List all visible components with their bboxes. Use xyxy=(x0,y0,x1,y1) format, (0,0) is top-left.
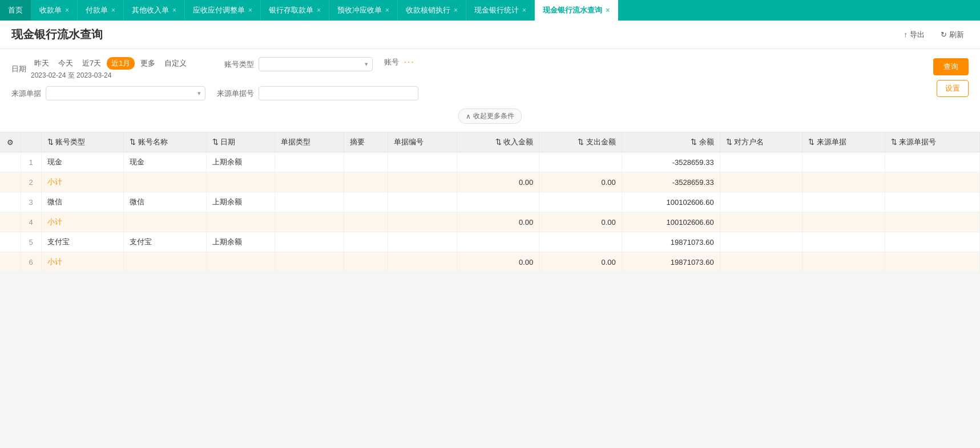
cell-num: 6 xyxy=(21,252,41,272)
cell-source-doc-no xyxy=(885,172,979,192)
table-row: 6小计0.000.0019871073.60 xyxy=(0,252,980,272)
nav-tab-5[interactable]: 预收冲应收单 × xyxy=(329,0,398,21)
cell-doc-no xyxy=(388,212,457,232)
col-income[interactable]: ⇅ 收入金额 xyxy=(457,132,539,152)
nav-tab-3[interactable]: 应收应付调整单 × xyxy=(185,0,261,21)
cell-source-doc xyxy=(802,192,885,212)
cell-num: 3 xyxy=(21,192,41,212)
shortcut-more[interactable]: 更多 xyxy=(137,57,159,70)
refresh-icon: ↻ xyxy=(941,30,947,39)
account-label: 账号 xyxy=(384,57,399,67)
export-button[interactable]: ↑ 导出 xyxy=(900,27,930,42)
nav-tab-close-5[interactable]: × xyxy=(385,6,389,14)
cell-balance: 100102606.60 xyxy=(622,192,720,212)
cell-summary xyxy=(344,252,388,272)
header-actions: ↑ 导出 ↻ 刷新 xyxy=(900,27,969,42)
date-label: 日期 xyxy=(11,64,26,74)
shortcut-7days[interactable]: 近7天 xyxy=(79,57,104,70)
date-shortcuts: 昨天 今天 近7天 近1月 更多 自定义 xyxy=(31,57,190,70)
nav-tab-close-2[interactable]: × xyxy=(172,6,176,14)
nav-tab-0[interactable]: 收款单 × xyxy=(31,0,78,21)
nav-home[interactable]: 首页 xyxy=(0,0,31,21)
nav-tab-close-7[interactable]: × xyxy=(522,6,526,14)
table-row: 3微信微信上期余额100102606.60 xyxy=(0,192,980,212)
collapse-button[interactable]: ∧ 收起更多条件 xyxy=(458,108,522,124)
cell-source-doc-no xyxy=(885,232,979,252)
source-doc-no-group: 来源单据号 xyxy=(217,86,418,100)
cell-num: 5 xyxy=(21,232,41,252)
cell-summary xyxy=(344,152,388,172)
cell-account-type: 现金 xyxy=(41,152,124,172)
nav-tab-6[interactable]: 收款核销执行 × xyxy=(398,0,466,21)
source-doc-select[interactable] xyxy=(46,86,205,100)
cell-gear xyxy=(0,232,21,252)
col-counterpart[interactable]: ⇅ 对方户名 xyxy=(720,132,802,152)
shortcut-1month[interactable]: 近1月 xyxy=(107,57,135,70)
nav-tab-8[interactable]: 现金银行流水查询 × xyxy=(535,0,618,21)
refresh-button[interactable]: ↻ 刷新 xyxy=(936,27,969,42)
cell-income: 0.00 xyxy=(457,252,539,272)
shortcut-custom[interactable]: 自定义 xyxy=(161,57,190,70)
collapse-row: ∧ 收起更多条件 xyxy=(11,108,969,124)
cell-doc-type xyxy=(275,152,344,172)
nav-tab-1[interactable]: 付款单 × xyxy=(78,0,124,21)
col-account-type[interactable]: ⇅ 账号类型 xyxy=(41,132,124,152)
nav-tab-2[interactable]: 其他收入单 × xyxy=(124,0,185,21)
col-date[interactable]: ⇅ 日期 xyxy=(206,132,275,152)
cell-expense: 0.00 xyxy=(539,252,622,272)
cell-income xyxy=(457,232,539,252)
cell-num: 2 xyxy=(21,172,41,192)
nav-tab-label-4: 银行存取款单 xyxy=(269,5,313,15)
col-num xyxy=(21,132,41,152)
nav-tab-7[interactable]: 现金银行统计 × xyxy=(466,0,535,21)
source-doc-label: 来源单据 xyxy=(11,88,41,99)
col-expense[interactable]: ⇅ 支出金额 xyxy=(539,132,622,152)
date-range-display: 2023-02-24 至 2023-03-24 xyxy=(31,71,190,80)
source-doc-no-input[interactable] xyxy=(259,86,418,100)
nav-tab-close-8[interactable]: × xyxy=(606,6,610,14)
cell-source-doc-no xyxy=(885,152,979,172)
cell-counterpart xyxy=(720,152,802,172)
cell-date xyxy=(206,252,275,272)
query-button[interactable]: 查询 xyxy=(933,58,969,75)
account-type-select[interactable] xyxy=(259,57,373,71)
col-doc-no: 单据编号 xyxy=(388,132,457,152)
table-row: 1现金现金上期余额-3528659.33 xyxy=(0,152,980,172)
shortcut-yesterday[interactable]: 昨天 xyxy=(31,57,53,70)
collapse-icon: ∧ xyxy=(466,112,471,120)
cell-date: 上期余额 xyxy=(206,152,275,172)
account-dots-button[interactable]: ··· xyxy=(404,57,414,67)
cell-account-type: 小计 xyxy=(41,172,124,192)
cell-counterpart xyxy=(720,232,802,252)
col-account-name[interactable]: ⇅ 账号名称 xyxy=(124,132,207,152)
col-gear[interactable]: ⚙ xyxy=(0,132,21,152)
cell-expense: 0.00 xyxy=(539,212,622,232)
cell-account-type: 微信 xyxy=(41,192,124,212)
page-title: 现金银行流水查询 xyxy=(11,27,103,42)
col-source-doc-no[interactable]: ⇅ 来源单据号 xyxy=(885,132,979,152)
col-balance[interactable]: ⇅ 余额 xyxy=(622,132,720,152)
table-row: 4小计0.000.00100102606.60 xyxy=(0,212,980,232)
settings-button[interactable]: 设置 xyxy=(937,80,969,97)
nav-tab-close-1[interactable]: × xyxy=(111,6,115,14)
shortcut-today[interactable]: 今天 xyxy=(55,57,76,70)
top-navigation: 首页 收款单 × 付款单 × 其他收入单 × 应收应付调整单 × 银行存取款单 … xyxy=(0,0,980,21)
col-doc-type: 单据类型 xyxy=(275,132,344,152)
cell-summary xyxy=(344,192,388,212)
cell-doc-type xyxy=(275,192,344,212)
nav-tab-close-4[interactable]: × xyxy=(317,6,321,14)
cell-account-name xyxy=(124,252,207,272)
cell-balance: 19871073.60 xyxy=(622,232,720,252)
nav-tab-close-3[interactable]: × xyxy=(248,6,252,14)
nav-tab-label-6: 收款核销执行 xyxy=(406,5,450,15)
cell-income: 0.00 xyxy=(457,212,539,232)
cell-summary xyxy=(344,172,388,192)
nav-tab-close-0[interactable]: × xyxy=(65,6,69,14)
nav-tab-4[interactable]: 银行存取款单 × xyxy=(261,0,329,21)
cell-account-type: 小计 xyxy=(41,212,124,232)
cell-account-type: 小计 xyxy=(41,252,124,272)
nav-tab-close-6[interactable]: × xyxy=(454,6,458,14)
cell-expense xyxy=(539,152,622,172)
col-source-doc[interactable]: ⇅ 来源单据 xyxy=(802,132,885,152)
date-filter-group: 日期 昨天 今天 近7天 近1月 更多 自定义 2023-02-24 至 202… xyxy=(11,57,190,80)
